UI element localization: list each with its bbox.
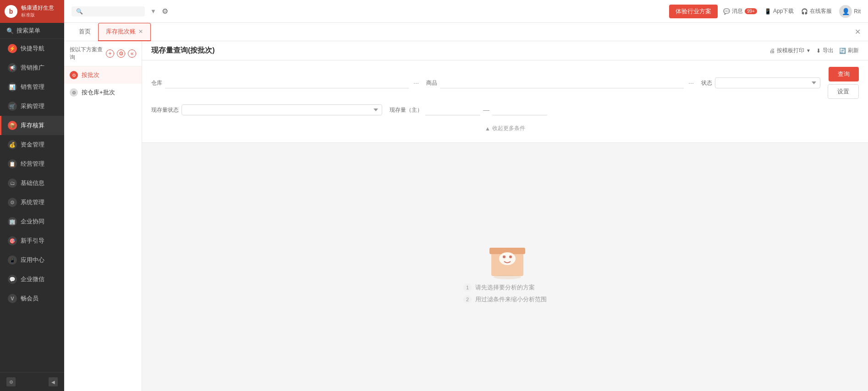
inventory-status-label: 现存量状态	[151, 106, 179, 114]
export-icon: ⬇	[816, 48, 821, 54]
operation-icon: 📋	[8, 159, 17, 168]
collapse-up-icon: ▲	[485, 125, 490, 132]
finance-icon: 💰	[8, 140, 17, 149]
online-service-label: 在线客服	[810, 7, 832, 15]
tab-home[interactable]: 首页	[71, 23, 98, 41]
online-service-button[interactable]: 🎧 在线客服	[801, 7, 832, 15]
page-title: 现存量查询(按批次)	[151, 46, 215, 55]
sidebar-item-system[interactable]: ⚙ 系统管理	[0, 193, 64, 212]
svg-point-4	[509, 255, 512, 258]
page-header-actions: 🖨 按模板打印 ▼ ⬇ 导出 🔄 刷新	[769, 47, 859, 54]
search-menu-button[interactable]: 🔍 搜索菜单	[0, 23, 64, 39]
sidebar-item-enterprise[interactable]: 🏢 企业协同	[0, 212, 64, 231]
scheme-item-label: 按仓库+批次	[82, 88, 115, 97]
sidebar-item-label: 采购管理	[21, 102, 44, 110]
collapse-more-conditions-button[interactable]: ▲ 收起更多条件	[151, 121, 859, 136]
tab-close-all-button[interactable]: ✕	[855, 27, 861, 36]
app-center-icon: 📱	[8, 255, 17, 265]
status-select[interactable]: 正常 禁用	[715, 77, 820, 88]
inventory-icon: 📦	[8, 121, 17, 130]
sidebar-item-member[interactable]: V 畅会员	[0, 289, 64, 308]
scheme-item-by-batch[interactable]: ⚙ 按批次	[64, 66, 142, 84]
print-dropdown-icon[interactable]: ▼	[806, 48, 811, 53]
scheme-header-label: 按以下方案查询	[70, 46, 106, 61]
hint-number-1: 1	[463, 283, 472, 292]
sidebar-footer: ⚙ ◀	[0, 372, 64, 391]
filter-actions: 查询 设置	[828, 67, 859, 99]
sidebar-item-sales[interactable]: 📊 销售管理	[0, 77, 64, 97]
tab-bar: 首页 库存批次账 ✕ ✕	[64, 23, 868, 41]
topbar-settings-icon[interactable]: ⚙	[162, 7, 168, 16]
tab-close-button[interactable]: ✕	[138, 28, 143, 35]
topbar-search-box[interactable]: 🔍	[71, 6, 145, 16]
search-icon: 🔍	[76, 8, 83, 15]
sidebar-item-label: 企业协同	[21, 217, 44, 226]
scheme-settings-button[interactable]: ⚙	[117, 49, 125, 58]
scheme-add-button[interactable]: +	[106, 49, 114, 58]
product-label: 商品	[426, 79, 437, 87]
collapse-label: 收起更多条件	[492, 125, 525, 132]
sidebar-item-app-center[interactable]: 📱 应用中心	[0, 250, 64, 270]
print-template-label: 按模板打印	[777, 47, 804, 54]
set-button[interactable]: 设置	[828, 84, 859, 99]
sidebar-item-purchase[interactable]: 🛒 采购管理	[0, 97, 64, 116]
scheme-panel: 按以下方案查询 + ⚙ « ⚙ 按批次 ⚙ 按仓库+批次	[64, 41, 142, 391]
wechat-icon: 💬	[8, 275, 17, 284]
app-version: 标准版	[21, 12, 54, 18]
messages-button[interactable]: 💬 消息 99+	[723, 7, 757, 15]
sidebar-item-inventory[interactable]: 📦 库存核算	[0, 116, 64, 135]
refresh-button[interactable]: 🔄 刷新	[839, 47, 859, 54]
scheme-item-by-warehouse-batch[interactable]: ⚙ 按仓库+批次	[64, 84, 142, 101]
filter-row-1: 仓库 ··· 商品 ··· 状态 正	[151, 67, 859, 99]
hint-number-2: 2	[463, 295, 472, 304]
app-logo: b	[5, 5, 17, 18]
status-label: 状态	[701, 79, 712, 87]
sidebar-item-marketing[interactable]: 📢 营销推广	[0, 58, 64, 77]
sidebar-item-finance[interactable]: 💰 资金管理	[0, 135, 64, 154]
inventory-qty-label: 现存量（主）	[390, 106, 423, 114]
sidebar-item-label: 基础信息	[21, 179, 44, 187]
export-button[interactable]: ⬇ 导出	[816, 47, 834, 54]
sidebar-item-operation[interactable]: 📋 经营管理	[0, 154, 64, 174]
product-input[interactable]	[440, 78, 684, 88]
topbar-search-input[interactable]	[86, 8, 140, 15]
product-more-button[interactable]: ···	[688, 79, 694, 87]
sidebar-item-label: 销售管理	[21, 83, 44, 91]
topbar: 🔍 ▼ ⚙ 体验行业方案 💬 消息 99+ 📱 App下载 🎧 在线客服 �	[64, 0, 868, 23]
inventory-qty-max-input[interactable]	[492, 105, 547, 115]
sidebar-item-basic[interactable]: 🗂 基础信息	[0, 174, 64, 193]
filter-row-2: 现存量状态 有库存 无库存 现存量（主） —	[151, 104, 859, 115]
user-avatar-button[interactable]: 👤 Rit	[839, 5, 861, 18]
sidebar-item-new-guide[interactable]: 🎯 新手引导	[0, 231, 64, 250]
warehouse-more-button[interactable]: ···	[413, 79, 419, 87]
inventory-status-select[interactable]: 有库存 无库存	[181, 104, 382, 115]
purchase-icon: 🛒	[8, 102, 17, 111]
sidebar-item-label: 系统管理	[21, 198, 44, 206]
app-download-button[interactable]: 📱 App下载	[764, 7, 794, 15]
sidebar-item-quick-nav[interactable]: ⚡ 快捷导航	[0, 39, 64, 58]
inventory-qty-min-input[interactable]	[425, 105, 480, 115]
phone-icon: 📱	[764, 8, 771, 15]
experience-button[interactable]: 体验行业方案	[669, 5, 718, 18]
sidebar-item-label: 畅会员	[21, 294, 38, 303]
inventory-status-field: 现存量状态 有库存 无库存	[151, 104, 382, 115]
topbar-dropdown-icon[interactable]: ▼	[150, 8, 156, 15]
query-button[interactable]: 查询	[829, 67, 859, 81]
app-name: 畅康通好生意	[21, 5, 54, 12]
sidebar-item-wechat[interactable]: 💬 企业微信	[0, 270, 64, 289]
sales-icon: 📊	[8, 82, 17, 92]
sidebar-collapse-button[interactable]: ◀	[49, 377, 58, 386]
tab-inventory-batch[interactable]: 库存批次账 ✕	[98, 23, 151, 41]
sidebar-item-label: 资金管理	[21, 141, 44, 149]
scheme-collapse-button[interactable]: «	[128, 49, 136, 58]
sidebar-settings-button[interactable]: ⚙	[6, 377, 16, 386]
print-template-button[interactable]: 🖨 按模板打印 ▼	[769, 47, 811, 54]
empty-svg-illustration	[482, 230, 533, 281]
warehouse-input[interactable]	[165, 78, 409, 88]
tab-home-label: 首页	[79, 27, 91, 36]
headset-icon: 🎧	[801, 8, 808, 15]
content-area: 按以下方案查询 + ⚙ « ⚙ 按批次 ⚙ 按仓库+批次	[64, 41, 868, 391]
sidebar-item-label: 新手引导	[21, 237, 44, 245]
status-field: 状态 正常 禁用	[701, 77, 820, 88]
scheme-header: 按以下方案查询 + ⚙ «	[64, 41, 142, 66]
